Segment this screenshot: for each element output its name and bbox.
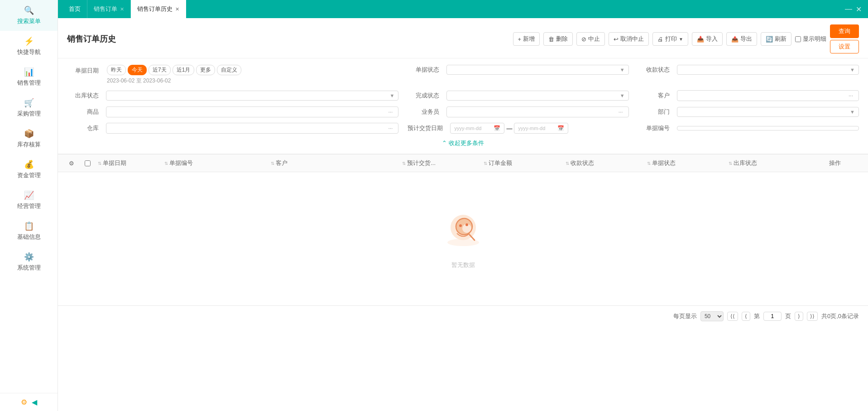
add-button[interactable]: + 新增 bbox=[513, 32, 540, 46]
dept-select[interactable]: ▼ bbox=[677, 107, 859, 117]
th-date[interactable]: ⇅ 单据日期 bbox=[94, 159, 161, 167]
sidebar-collapse-icon[interactable]: ◀ bbox=[32, 398, 37, 406]
th-settings[interactable]: ⚙ bbox=[62, 160, 81, 167]
goods-ellipsis-icon[interactable]: ··· bbox=[386, 109, 394, 115]
sidebar-item-search-menu[interactable]: 🔍 搜索菜单 bbox=[0, 0, 58, 31]
sidebar-label-quick-nav: 快捷导航 bbox=[17, 48, 41, 56]
sidebar-item-basic-info[interactable]: 📋 基础信息 bbox=[0, 216, 58, 247]
page-size-label: 每页显示 bbox=[673, 312, 697, 320]
collapse-row[interactable]: ⌃ 收起更多条件 bbox=[67, 137, 859, 147]
delete-button[interactable]: 🗑 删除 bbox=[543, 32, 573, 46]
custom-btn[interactable]: 自定义 bbox=[217, 65, 241, 75]
th-no-label: 单据编号 bbox=[169, 159, 193, 167]
delivery-date-end-input[interactable]: yyyy-mm-dd 📅 bbox=[514, 123, 568, 134]
prev-page-button[interactable]: ⟨ bbox=[742, 312, 750, 321]
print-button[interactable]: 🖨 打印 ▼ bbox=[652, 32, 688, 46]
sys-mgmt-icon: ⚙️ bbox=[24, 252, 34, 262]
content-area: 销售订单历史 + 新增 🗑 删除 ⊘ 中止 ↩ 取消中止 bbox=[58, 18, 868, 411]
last1m-btn[interactable]: 近1月 bbox=[173, 65, 195, 75]
th-delivery-label: 预计交货... bbox=[407, 159, 436, 167]
add-icon: + bbox=[518, 36, 522, 43]
more-btn[interactable]: 更多 bbox=[196, 65, 215, 75]
th-out-status[interactable]: ⇅ 出库状态 bbox=[725, 159, 806, 167]
import-label: 导入 bbox=[706, 35, 718, 43]
tab-sales-order[interactable]: 销售订单 ✕ bbox=[87, 0, 131, 18]
first-page-button[interactable]: ⟨⟨ bbox=[727, 312, 738, 321]
sidebar-item-quick-nav[interactable]: ⚡ 快捷导航 bbox=[0, 31, 58, 62]
pay-status-filter-label: 收款状态 bbox=[638, 66, 674, 74]
sort-icon-delivery: ⇅ bbox=[402, 161, 406, 166]
ops-mgmt-icon: 📈 bbox=[24, 190, 34, 200]
main-area: 首页 销售订单 ✕ 销售订单历史 ✕ — ✕ 销售订单历史 + 新增 🗑 bbox=[58, 0, 868, 411]
sidebar-item-purchase-mgmt[interactable]: 🛒 采购管理 bbox=[0, 92, 58, 123]
calendar-start-icon: 📅 bbox=[494, 125, 500, 131]
th-no[interactable]: ⇅ 单据编号 bbox=[161, 159, 267, 167]
sidebar-label-basic-info: 基础信息 bbox=[17, 233, 41, 241]
quick-nav-icon: ⚡ bbox=[24, 36, 34, 46]
th-amount[interactable]: ⇅ 订单金额 bbox=[480, 159, 561, 167]
empty-text: 暂无数据 bbox=[451, 261, 475, 269]
tab-sales-order-close[interactable]: ✕ bbox=[120, 6, 124, 12]
done-status-select[interactable]: ▼ bbox=[446, 91, 628, 101]
done-status-label: 完成状态 bbox=[408, 92, 444, 100]
calendar-end-icon: 📅 bbox=[557, 125, 564, 131]
sort-icon-amount: ⇅ bbox=[484, 161, 487, 166]
tab-sales-order-label: 销售订单 bbox=[94, 5, 117, 13]
salesperson-ellipsis-icon[interactable]: ··· bbox=[617, 109, 625, 115]
today-btn[interactable]: 今天 bbox=[128, 65, 147, 75]
th-pay-status[interactable]: ⇅ 收款状态 bbox=[562, 159, 643, 167]
sort-icon-order: ⇅ bbox=[647, 161, 651, 166]
stop-icon: ⊘ bbox=[581, 36, 586, 43]
sidebar-item-ops-mgmt[interactable]: 📈 经营管理 bbox=[0, 185, 58, 216]
th-check[interactable] bbox=[81, 160, 94, 166]
tab-home[interactable]: 首页 bbox=[62, 0, 87, 18]
table-section: ⚙ ⇅ 单据日期 ⇅ 单据编号 ⇅ 客户 ⇅ bbox=[58, 154, 868, 305]
th-order-status[interactable]: ⇅ 单据状态 bbox=[643, 159, 725, 167]
setting-button[interactable]: 设置 bbox=[830, 40, 859, 53]
refresh-button[interactable]: 🔄 刷新 bbox=[761, 32, 791, 46]
query-button[interactable]: 查询 bbox=[830, 24, 859, 38]
page-input[interactable] bbox=[763, 312, 782, 321]
page-title: 销售订单历史 bbox=[67, 34, 116, 44]
stop-button[interactable]: ⊘ 中止 bbox=[576, 32, 605, 46]
display-detail-checkbox[interactable] bbox=[795, 36, 801, 42]
delivery-date-start-input[interactable]: yyyy-mm-dd 📅 bbox=[450, 123, 504, 134]
customer-ellipsis-icon[interactable]: ··· bbox=[847, 92, 855, 99]
warehouse-ellipsis-icon[interactable]: ··· bbox=[386, 125, 394, 131]
yesterday-btn[interactable]: 昨天 bbox=[107, 65, 126, 75]
sidebar-item-sales-mgmt[interactable]: 📊 销售管理 bbox=[0, 62, 58, 92]
topbar-minimize-icon[interactable]: — bbox=[845, 5, 852, 13]
th-customer[interactable]: ⇅ 客户 bbox=[267, 159, 398, 167]
page-size-select[interactable]: 20 50 100 bbox=[700, 311, 724, 321]
empty-state-illustration bbox=[441, 208, 486, 254]
delivery-date-start-placeholder: yyyy-mm-dd bbox=[454, 126, 481, 131]
sidebar-item-capital-mgmt[interactable]: 💰 资金管理 bbox=[0, 154, 58, 185]
next-page-button[interactable]: ⟩ bbox=[795, 312, 803, 321]
tab-sales-order-history-label: 销售订单历史 bbox=[137, 5, 173, 13]
th-operation: 操作 bbox=[807, 159, 864, 167]
sidebar-item-inventory[interactable]: 📦 库存核算 bbox=[0, 123, 58, 154]
sidebar-settings-icon[interactable]: ⚙ bbox=[21, 398, 27, 406]
import-button[interactable]: 📥 导入 bbox=[692, 32, 723, 46]
last7-btn[interactable]: 近7天 bbox=[149, 65, 171, 75]
topbar-close-icon[interactable]: ✕ bbox=[856, 5, 862, 14]
done-status-arrow-icon: ▼ bbox=[620, 93, 625, 98]
tab-sales-order-history[interactable]: 销售订单历史 ✕ bbox=[131, 0, 186, 18]
cancel-stop-button[interactable]: ↩ 取消中止 bbox=[609, 32, 649, 46]
sidebar: 🔍 搜索菜单 ⚡ 快捷导航 📊 销售管理 🛒 采购管理 📦 库存核算 💰 资金管… bbox=[0, 0, 58, 411]
order-no-filter-label: 单据编号 bbox=[638, 124, 674, 132]
export-button[interactable]: 📤 导出 bbox=[726, 32, 757, 46]
date-range-text: 2023-06-02 至 2023-06-02 bbox=[107, 77, 241, 85]
import-icon: 📥 bbox=[697, 36, 704, 43]
out-status-select[interactable]: ▼ bbox=[106, 91, 398, 101]
sidebar-label-sales-mgmt: 销售管理 bbox=[17, 79, 41, 87]
last-page-button[interactable]: ⟩⟩ bbox=[807, 312, 818, 321]
pay-status-select[interactable]: ▼ bbox=[677, 65, 859, 75]
sidebar-item-sys-mgmt[interactable]: ⚙️ 系统管理 bbox=[0, 247, 58, 277]
salesperson-filter-label: 业务员 bbox=[408, 108, 444, 116]
select-all-checkbox[interactable] bbox=[85, 160, 91, 166]
tab-sales-order-history-close[interactable]: ✕ bbox=[175, 6, 179, 12]
print-icon: 🖨 bbox=[657, 36, 663, 43]
order-status-select[interactable]: ▼ bbox=[446, 65, 628, 75]
th-delivery[interactable]: ⇅ 预计交货... bbox=[398, 159, 480, 167]
